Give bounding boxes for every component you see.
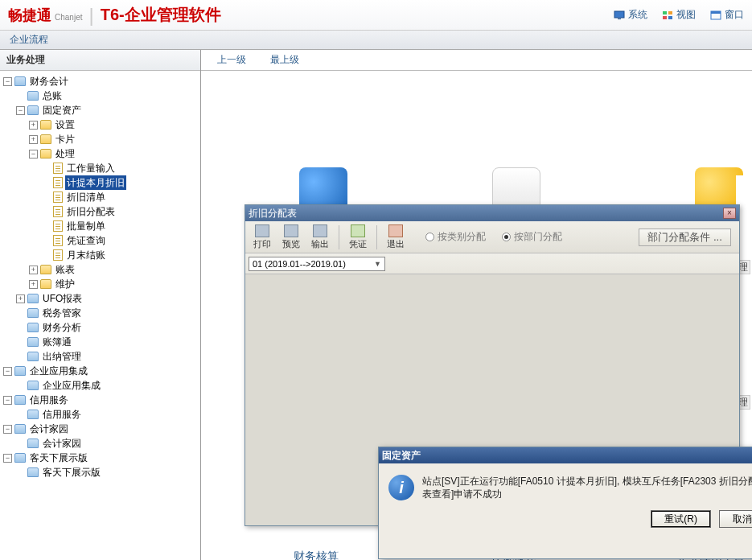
file-icon xyxy=(53,220,63,232)
svg-rect-5 xyxy=(668,16,672,19)
menu-window-label: 窗口 xyxy=(725,8,744,22)
collapse-icon[interactable]: − xyxy=(3,425,12,434)
app-title: T6-企业管理软件 xyxy=(101,4,221,26)
tree-node-accthome[interactable]: −会计家园 xyxy=(3,422,199,436)
expand-icon[interactable]: + xyxy=(29,121,38,130)
cancel-button[interactable]: 取消 xyxy=(719,510,752,528)
folder-icon xyxy=(14,76,26,86)
tree-node-fa[interactable]: −固定资产 xyxy=(16,103,199,117)
folder-icon xyxy=(40,265,51,274)
folder-icon xyxy=(27,91,39,101)
tree-node-gl[interactable]: 总账 xyxy=(16,89,199,103)
tree-node-process[interactable]: −处理 xyxy=(29,146,199,161)
collapse-icon[interactable]: − xyxy=(3,367,12,376)
breadcrumb-top[interactable]: 最上级 xyxy=(270,53,299,67)
folder-icon xyxy=(27,467,39,477)
file-icon xyxy=(53,249,63,261)
menu-system[interactable]: 系统 xyxy=(614,8,647,22)
folder-icon xyxy=(27,381,39,390)
toolbar-separator xyxy=(376,225,377,249)
tree-leaf-batch[interactable]: 批量制单 xyxy=(42,219,199,233)
window-icon xyxy=(710,10,721,20)
folder-icon xyxy=(40,149,51,159)
tree-node-maintain[interactable]: +维护 xyxy=(29,277,199,291)
toolbar-preview-button[interactable]: 预览 xyxy=(277,223,305,252)
toolbar-export-button[interactable]: 输出 xyxy=(306,223,334,252)
toolbar-print-button[interactable]: 打印 xyxy=(249,223,276,252)
svg-rect-1 xyxy=(618,19,621,19)
tree-leaf-depreciate[interactable]: 计提本月折旧 xyxy=(42,175,199,190)
dept-condition-button[interactable]: 部门分配条件 ... xyxy=(639,229,731,246)
toolbar-voucher-button[interactable]: 凭证 xyxy=(344,223,372,252)
menu-window[interactable]: 窗口 xyxy=(710,8,744,22)
folder-icon xyxy=(40,134,51,144)
folder-icon xyxy=(40,279,51,289)
expand-icon[interactable]: + xyxy=(29,135,38,144)
tree-node-finance[interactable]: −财务会计 xyxy=(3,74,199,89)
folder-icon xyxy=(27,439,39,448)
folder-icon xyxy=(27,323,39,332)
grid-icon xyxy=(662,10,673,20)
breadcrumb-up[interactable]: 上一级 xyxy=(217,53,246,67)
dialog-buttons: 重试(R) 取消 xyxy=(379,505,752,536)
tree-node-ledger[interactable]: 账簿通 xyxy=(16,335,199,349)
tree-leaf-depr-alloc[interactable]: 折旧分配表 xyxy=(42,204,199,219)
print-icon xyxy=(255,224,269,237)
breadcrumb: 上一级 最上级 xyxy=(201,50,752,71)
tree-leaf-accthome[interactable]: 会计家园 xyxy=(16,436,199,451)
tree-node-integration[interactable]: −企业应用集成 xyxy=(3,364,199,378)
tree-leaf-workload[interactable]: 工作量输入 xyxy=(42,161,199,175)
export-icon xyxy=(313,224,327,237)
window-toolbar: 打印 预览 输出 凭证 退出 按类别分配 按部门分配 部门分配条件 ... xyxy=(245,221,739,253)
toolbar-exit-button[interactable]: 退出 xyxy=(382,223,409,252)
collapse-icon[interactable]: − xyxy=(3,396,12,405)
tree-leaf-integration[interactable]: 企业应用集成 xyxy=(16,378,199,393)
titlebar-menu: 系统 视图 窗口 xyxy=(614,8,744,22)
collapse-icon[interactable]: − xyxy=(3,77,12,86)
folder-icon xyxy=(40,120,51,130)
folder-icon xyxy=(14,424,26,434)
collapse-icon[interactable]: − xyxy=(29,150,38,159)
collapse-icon[interactable]: − xyxy=(3,454,12,463)
logo-sub: Chanjet xyxy=(55,13,82,22)
tree-leaf-voucher-query[interactable]: 凭证查询 xyxy=(42,233,199,248)
period-select[interactable]: 01 (2019.01-->2019.01) ▼ xyxy=(249,257,385,271)
tree-node-credit[interactable]: −信用服务 xyxy=(3,393,199,407)
tree-node-analysis[interactable]: 财务分析 xyxy=(16,320,199,335)
collapse-icon[interactable]: − xyxy=(16,106,25,115)
subbar-item-flow[interactable]: 企业流程 xyxy=(5,33,53,47)
svg-rect-3 xyxy=(668,11,672,14)
tree-node-card[interactable]: +卡片 xyxy=(29,132,199,146)
folder-icon xyxy=(27,308,39,318)
expand-icon[interactable]: + xyxy=(29,266,38,274)
dialog-titlebar[interactable]: 固定资产 ✕ xyxy=(379,447,752,463)
svg-rect-2 xyxy=(663,11,667,14)
tree-node-cashier[interactable]: 出纳管理 xyxy=(16,349,199,364)
tree-node-tax[interactable]: 税务管家 xyxy=(16,306,199,320)
logo: 畅捷通 Chanjet xyxy=(8,6,82,25)
radio-by-dept[interactable]: 按部门分配 xyxy=(502,230,562,244)
period-value: 01 (2019.01-->2019.01) xyxy=(253,259,346,269)
dialog-fixed-asset: 固定资产 ✕ i 站点[SV]正在运行功能[FA0510 计提本月折旧], 模块… xyxy=(378,447,752,559)
dialog-message: 站点[SV]正在运行功能[FA0510 计提本月折旧], 模块互斥任务[FA23… xyxy=(422,475,752,500)
tree-node-reports[interactable]: +账表 xyxy=(29,262,199,277)
tree-node-ufo[interactable]: +UFO报表 xyxy=(16,291,199,306)
file-icon xyxy=(53,206,63,217)
expand-icon[interactable]: + xyxy=(16,294,25,303)
folder-icon xyxy=(14,395,26,405)
tree-leaf-credit[interactable]: 信用服务 xyxy=(16,407,199,422)
tree-node-setup[interactable]: +设置 xyxy=(29,117,199,132)
tree-leaf-depr-list[interactable]: 折旧清单 xyxy=(42,190,199,204)
tree-leaf-close[interactable]: 月末结账 xyxy=(42,248,199,262)
tree-leaf-demo[interactable]: 客天下展示版 xyxy=(16,465,199,480)
menu-view[interactable]: 视图 xyxy=(662,8,696,22)
retry-button[interactable]: 重试(R) xyxy=(651,510,711,528)
preview-icon xyxy=(284,224,298,237)
folder-icon xyxy=(27,105,39,115)
radio-by-category[interactable]: 按类别分配 xyxy=(425,230,486,244)
toolbar-separator xyxy=(339,225,339,249)
window-titlebar[interactable]: 折旧分配表 × xyxy=(245,205,739,221)
expand-icon[interactable]: + xyxy=(29,280,38,289)
close-icon[interactable]: × xyxy=(723,208,736,219)
tree-node-demo[interactable]: −客天下展示版 xyxy=(3,451,199,465)
